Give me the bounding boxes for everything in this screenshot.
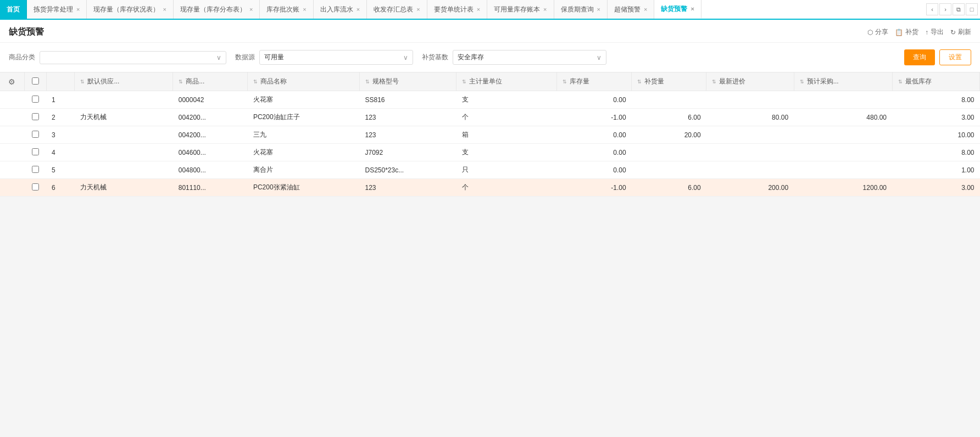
tab-inout-flow[interactable]: 出入库流水 × bbox=[314, 0, 367, 19]
row-spec-cell: SS816 bbox=[359, 91, 456, 109]
row-replenish-qty-cell: 6.00 bbox=[632, 109, 706, 126]
tab-avail-ledger-close[interactable]: × bbox=[543, 6, 547, 13]
settings-gear-icon[interactable]: ⚙ bbox=[8, 77, 15, 86]
row-est-purchase-cell bbox=[794, 126, 892, 144]
row-replenish-qty-cell bbox=[632, 161, 706, 179]
row-replenish-qty-cell: 6.00 bbox=[632, 179, 706, 197]
th-unit[interactable]: ⇅ 主计量单位 bbox=[456, 72, 557, 91]
row-checkbox[interactable] bbox=[32, 148, 39, 155]
row-unit-cell: 个 bbox=[456, 179, 557, 197]
tab-stock-dist-close[interactable]: × bbox=[249, 6, 253, 13]
tab-batch-account[interactable]: 库存批次账 × bbox=[260, 0, 313, 19]
row-replenish-qty-cell bbox=[632, 91, 706, 109]
row-checkbox-cell[interactable] bbox=[24, 161, 46, 179]
row-checkbox-cell[interactable] bbox=[24, 179, 46, 197]
replenish-base-select-arrow: ∨ bbox=[597, 54, 602, 61]
tab-restore[interactable]: ⧉ bbox=[953, 3, 965, 15]
tab-home[interactable]: 首页 bbox=[0, 0, 27, 19]
row-product-code-cell: 004600... bbox=[173, 144, 248, 161]
data-table: ⚙ ⇅ 默认供应... ⇅ 商 bbox=[0, 72, 980, 197]
tab-stock-status-label: 现存量（库存状况表） bbox=[93, 5, 159, 14]
th-stock-qty[interactable]: ⇅ 库存量 bbox=[557, 72, 632, 91]
settings-button[interactable]: 设置 bbox=[939, 49, 971, 65]
tab-maximize[interactable]: □ bbox=[966, 3, 978, 15]
row-unit-cell: 只 bbox=[456, 161, 557, 179]
datasource-select[interactable]: 可用量 ∨ bbox=[259, 50, 413, 65]
tab-scroll-left[interactable]: ‹ bbox=[926, 3, 938, 15]
export-button[interactable]: ↑ 导出 bbox=[925, 27, 944, 37]
th-replenish-qty[interactable]: ⇅ 补货量 bbox=[632, 72, 706, 91]
row-checkbox-cell[interactable] bbox=[24, 126, 46, 144]
tab-scroll-right[interactable]: › bbox=[939, 3, 951, 15]
sort-min-stock-icon: ⇅ bbox=[898, 79, 903, 85]
th-min-stock[interactable]: ⇅ 最低库存 bbox=[892, 72, 980, 91]
tab-home-label: 首页 bbox=[7, 5, 20, 14]
th-checkbox[interactable] bbox=[24, 72, 46, 91]
row-checkbox[interactable] bbox=[32, 166, 39, 173]
tab-stock-status-close[interactable]: × bbox=[163, 6, 166, 13]
tab-expiry[interactable]: 保质期查询 × bbox=[554, 0, 608, 19]
row-spec-cell: 123 bbox=[359, 109, 456, 126]
tab-stock-dist[interactable]: 现存量（库存分布表） × bbox=[174, 0, 260, 19]
row-checkbox[interactable] bbox=[32, 96, 39, 103]
category-filter-group: 商品分类 ∨ bbox=[9, 51, 226, 64]
row-unit-cell: 支 bbox=[456, 91, 557, 109]
row-stock-qty-cell: -1.00 bbox=[557, 179, 632, 197]
row-checkbox-cell[interactable] bbox=[24, 144, 46, 161]
th-product-name[interactable]: ⇅ 商品名称 bbox=[248, 72, 360, 91]
tab-exception-label: 拣货异常处理 bbox=[34, 5, 73, 14]
sort-product-name-icon: ⇅ bbox=[253, 79, 258, 85]
tab-recv-summary[interactable]: 收发存汇总表 × bbox=[367, 0, 427, 19]
tab-req-stat-close[interactable]: × bbox=[477, 6, 480, 13]
row-product-name-cell: 火花塞 bbox=[248, 91, 360, 109]
query-button[interactable]: 查询 bbox=[904, 49, 935, 65]
row-supplier-cell bbox=[75, 91, 173, 109]
tab-stock-status[interactable]: 现存量（库存状况表） × bbox=[87, 0, 173, 19]
tab-nav-controls: ‹ › ⧉ □ bbox=[924, 3, 980, 15]
row-checkbox-cell[interactable] bbox=[24, 91, 46, 109]
replenish-base-select[interactable]: 安全库存 ∨ bbox=[453, 50, 606, 65]
th-settings[interactable]: ⚙ bbox=[0, 72, 24, 91]
row-latest-price-cell: 200.00 bbox=[706, 179, 794, 197]
th-est-purchase[interactable]: ⇅ 预计采购... bbox=[794, 72, 892, 91]
tab-req-stat[interactable]: 要货单统计表 × bbox=[427, 0, 487, 19]
tab-shortage[interactable]: 缺货预警 × bbox=[654, 0, 701, 19]
row-supplier-cell bbox=[75, 144, 173, 161]
row-settings-cell bbox=[0, 179, 24, 197]
tab-avail-ledger[interactable]: 可用量库存账本 × bbox=[487, 0, 554, 19]
th-spec[interactable]: ⇅ 规格型号 bbox=[359, 72, 456, 91]
tab-inout-flow-label: 出入库流水 bbox=[320, 5, 353, 14]
row-est-purchase-cell bbox=[794, 161, 892, 179]
row-checkbox[interactable] bbox=[32, 131, 39, 138]
tab-shortage-close[interactable]: × bbox=[691, 5, 694, 12]
row-checkbox[interactable] bbox=[32, 113, 39, 120]
sort-spec-icon: ⇅ bbox=[365, 79, 370, 85]
row-index-cell: 6 bbox=[46, 179, 75, 197]
row-checkbox[interactable] bbox=[32, 183, 39, 191]
refresh-icon: ↻ bbox=[950, 29, 956, 36]
select-all-checkbox[interactable] bbox=[32, 77, 39, 85]
tab-overstock[interactable]: 超储预警 × bbox=[608, 0, 654, 19]
row-checkbox-cell[interactable] bbox=[24, 109, 46, 126]
replenish-button[interactable]: 📋 补货 bbox=[895, 27, 918, 37]
row-index-cell: 3 bbox=[46, 126, 75, 144]
tab-recv-summary-close[interactable]: × bbox=[416, 6, 420, 13]
row-stock-qty-cell: 0.00 bbox=[557, 126, 632, 144]
tab-exception-close[interactable]: × bbox=[76, 6, 80, 13]
category-select[interactable]: ∨ bbox=[40, 51, 226, 64]
tab-batch-account-close[interactable]: × bbox=[303, 6, 306, 13]
row-unit-cell: 支 bbox=[456, 144, 557, 161]
header-actions: ⬡ 分享 📋 补货 ↑ 导出 ↻ 刷新 bbox=[867, 27, 971, 37]
sort-product-code-icon: ⇅ bbox=[179, 79, 183, 85]
row-index-cell: 5 bbox=[46, 161, 75, 179]
tab-exception[interactable]: 拣货异常处理 × bbox=[27, 0, 87, 19]
th-latest-price[interactable]: ⇅ 最新进价 bbox=[706, 72, 794, 91]
refresh-button[interactable]: ↻ 刷新 bbox=[950, 27, 971, 37]
tab-overstock-close[interactable]: × bbox=[644, 6, 647, 13]
tab-inout-flow-close[interactable]: × bbox=[357, 6, 360, 13]
th-product-code[interactable]: ⇅ 商品... bbox=[173, 72, 248, 91]
share-button[interactable]: ⬡ 分享 bbox=[867, 27, 888, 37]
tab-expiry-close[interactable]: × bbox=[597, 6, 600, 13]
th-supplier[interactable]: ⇅ 默认供应... bbox=[75, 72, 173, 91]
sort-latest-price-icon: ⇅ bbox=[712, 79, 716, 85]
